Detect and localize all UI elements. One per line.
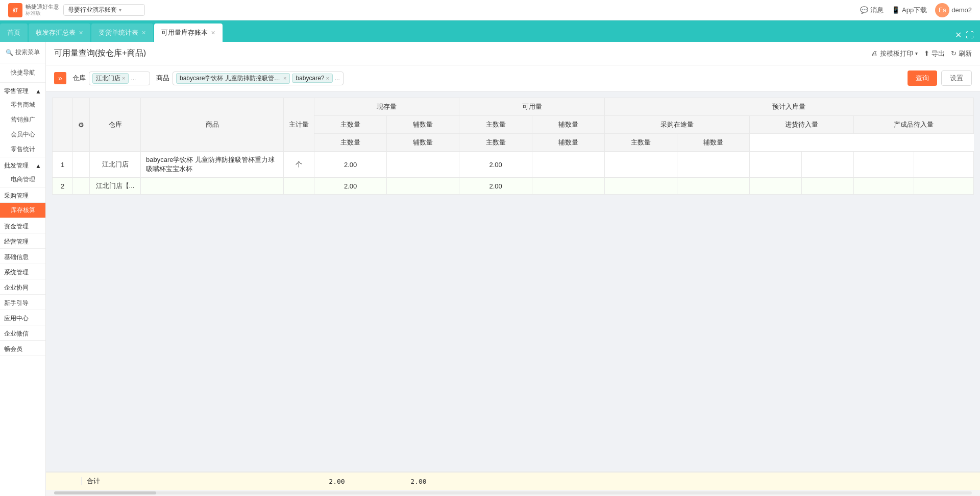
sidebar-section-business-header[interactable]: 经营管理 — [0, 233, 45, 248]
total-spacer — [46, 477, 82, 485]
settings-button[interactable]: 设置 — [941, 70, 972, 86]
tab-available-stock-label: 可用量库存账本 — [161, 28, 208, 37]
printer-icon: 🖨 — [871, 50, 878, 57]
sidebar-section-vip: 畅会员 — [0, 341, 45, 356]
sidebar-section-wholesale-header[interactable]: 批发管理 ▲ — [0, 157, 45, 172]
product-tag-0: babycare学饮杯 儿童防摔防撞吸管杯重力球吸嘴杯宝宝水杯 × — [176, 73, 290, 84]
sidebar-section-basic-header[interactable]: 基础信息 — [0, 249, 45, 264]
product-tags-input[interactable]: babycare学饮杯 儿童防摔防撞吸管杯重力球吸嘴杯宝宝水杯 × babyca… — [173, 72, 344, 85]
product-tag-1: babycare? × — [292, 74, 332, 83]
sidebar-section-system: 系统管理 — [0, 264, 45, 279]
th-gear[interactable]: ⚙ — [73, 98, 90, 152]
page-actions: 🖨 按模板打印 ▾ ⬆ 导出 ↻ 刷新 — [871, 49, 972, 58]
sidebar-section-appstore-header[interactable]: 应用中心 — [0, 310, 45, 325]
export-icon: ⬆ — [924, 50, 929, 57]
logo-area: 好 畅捷通好生意 标准版 — [8, 3, 59, 17]
product-tag-1-close[interactable]: × — [326, 75, 329, 81]
product-more[interactable]: ... — [335, 75, 340, 82]
tab-bar: 首页 收发存汇总表 ✕ 要货单统计表 ✕ 可用量库存账本 ✕ ✕ ⛶ — [0, 20, 980, 42]
warehouse-filter: 仓库 江北门店 × ... — [72, 72, 150, 85]
tab-expand-button[interactable]: ⛶ — [966, 31, 974, 40]
sidebar-section-guide-header[interactable]: 新手引导 — [0, 295, 45, 310]
table-row: 2江北门店【...2.002.00 — [53, 178, 974, 195]
table-row: 1江北门店babycare学饮杯 儿童防摔防撞吸管杯重力球吸嘴杯宝宝水杯个2.0… — [53, 152, 974, 178]
filter-actions: 查询 设置 — [908, 70, 972, 86]
table-scrollbar[interactable] — [46, 490, 980, 496]
table-area: ⚙仓库商品主计量现存量可用量预计入库量主数量辅数量主数量辅数量采购在途量进货待入… — [46, 91, 980, 471]
sidebar-section-basic: 基础信息 — [0, 249, 45, 264]
message-button[interactable]: 💬 消息 — [860, 6, 884, 15]
tab-home[interactable]: 首页 — [0, 23, 28, 42]
sidebar-item-retail-store[interactable]: 零售商城 — [0, 98, 45, 112]
sidebar-section-purchase-header[interactable]: 采购管理 — [0, 187, 45, 202]
table-footer: 合计 2.00 2.00 — [46, 471, 980, 496]
message-icon: 💬 — [860, 6, 868, 14]
total-row: 合计 2.00 2.00 — [46, 473, 980, 490]
refresh-button[interactable]: ↻ 刷新 — [951, 49, 972, 58]
chevron-icon: ▲ — [35, 88, 41, 95]
user-profile[interactable]: Ea demo2 — [935, 3, 972, 17]
sidebar-item-ecommerce[interactable]: 电商管理 — [0, 172, 45, 187]
chevron-down-icon2: ▾ — [915, 51, 918, 56]
top-bar-right: 💬 消息 📱 App下载 Ea demo2 — [860, 3, 972, 17]
sidebar-section-wechat-header[interactable]: 企业微信 — [0, 325, 45, 340]
tenant-select[interactable]: 母婴行业演示账套 ▾ — [63, 4, 145, 16]
tab-available-stock[interactable]: 可用量库存账本 ✕ — [154, 23, 223, 42]
product-filter: 商品 babycare学饮杯 儿童防摔防撞吸管杯重力球吸嘴杯宝宝水杯 × bab… — [156, 72, 344, 85]
download-icon: 📱 — [892, 6, 900, 14]
sidebar-section-system-header[interactable]: 系统管理 — [0, 264, 45, 279]
sidebar-section-business: 经营管理 — [0, 233, 45, 249]
warehouse-label: 仓库 — [72, 74, 86, 83]
scrollbar-track — [54, 491, 972, 494]
tab-available-stock-close[interactable]: ✕ — [211, 30, 215, 36]
data-table: ⚙仓库商品主计量现存量可用量预计入库量主数量辅数量主数量辅数量采购在途量进货待入… — [52, 98, 974, 195]
sidebar-section-appstore: 应用中心 — [0, 310, 45, 325]
refresh-icon: ↻ — [951, 50, 957, 57]
sidebar-section-retail-header[interactable]: 零售管理 ▲ — [0, 83, 45, 98]
product-tag-0-close[interactable]: × — [283, 75, 286, 81]
sidebar-item-marketing[interactable]: 营销推广 — [0, 112, 45, 127]
top-bar: 好 畅捷通好生意 标准版 母婴行业演示账套 ▾ 💬 消息 📱 App下载 Ea … — [0, 0, 980, 20]
tab-close-all-button[interactable]: ✕ — [955, 30, 962, 40]
sidebar-search-button[interactable]: 🔍 搜索菜单 — [4, 46, 41, 59]
warehouse-tags-input[interactable]: 江北门店 × ... — [89, 72, 150, 85]
app-download-button[interactable]: 📱 App下载 — [892, 6, 927, 15]
tab-stock-summary-label: 收发存汇总表 — [36, 28, 76, 37]
tab-home-label: 首页 — [7, 28, 20, 37]
tab-order-stats[interactable]: 要货单统计表 ✕ — [91, 23, 153, 42]
tab-order-stats-close[interactable]: ✕ — [141, 30, 146, 36]
scrollbar-thumb[interactable] — [54, 491, 156, 494]
sidebar-item-inventory[interactable]: 库存核算 — [0, 203, 45, 218]
total-label: 合计 — [82, 473, 316, 490]
warehouse-tag-close[interactable]: × — [122, 75, 125, 81]
sidebar-section-finance: 资金管理 — [0, 218, 45, 233]
sidebar-section-wechat: 企业微信 — [0, 325, 45, 341]
content-area: 可用量查询(按仓库+商品) 🖨 按模板打印 ▾ ⬆ 导出 ↻ 刷新 — [46, 42, 980, 496]
sidebar-item-membership[interactable]: 会员中心 — [0, 127, 45, 142]
export-button[interactable]: ⬆ 导出 — [924, 49, 945, 58]
filter-expand-button[interactable]: » — [54, 72, 66, 84]
warehouse-tag-0: 江北门店 × — [92, 73, 129, 84]
print-button[interactable]: 🖨 按模板打印 ▾ — [871, 49, 918, 58]
sidebar-section-retail: 零售管理 ▲ 零售商城 营销推广 会员中心 零售统计 — [0, 83, 45, 157]
warehouse-more[interactable]: ... — [131, 75, 136, 82]
tab-stock-summary[interactable]: 收发存汇总表 ✕ — [29, 23, 90, 42]
total-available-main: 2.00 — [398, 474, 439, 489]
sidebar-section-finance-header[interactable]: 资金管理 — [0, 218, 45, 233]
sidebar-section-inventory: 库存核算 — [0, 203, 45, 218]
page-title: 可用量查询(按仓库+商品) — [54, 48, 146, 59]
query-button[interactable]: 查询 — [908, 70, 937, 86]
sidebar-section-vip-header[interactable]: 畅会员 — [0, 341, 45, 356]
tab-stock-summary-close[interactable]: ✕ — [79, 30, 83, 36]
page-header: 可用量查询(按仓库+商品) 🖨 按模板打印 ▾ ⬆ 导出 ↻ 刷新 — [46, 42, 980, 65]
sidebar-section-wholesale: 批发管理 ▲ 电商管理 — [0, 157, 45, 187]
logo-text: 畅捷通好生意 标准版 — [26, 4, 59, 16]
sidebar-item-quicknav[interactable]: 快捷导航 — [0, 65, 45, 80]
sidebar-search-area: 🔍 搜索菜单 — [0, 42, 45, 63]
sidebar-section-collab: 企业协同 — [0, 279, 45, 295]
sidebar-section-collab-header[interactable]: 企业协同 — [0, 279, 45, 294]
sidebar-item-retail-stats[interactable]: 零售统计 — [0, 142, 45, 157]
top-bar-left: 好 畅捷通好生意 标准版 母婴行业演示账套 ▾ — [8, 3, 145, 17]
tab-order-stats-label: 要货单统计表 — [99, 28, 138, 37]
product-label: 商品 — [156, 74, 169, 83]
